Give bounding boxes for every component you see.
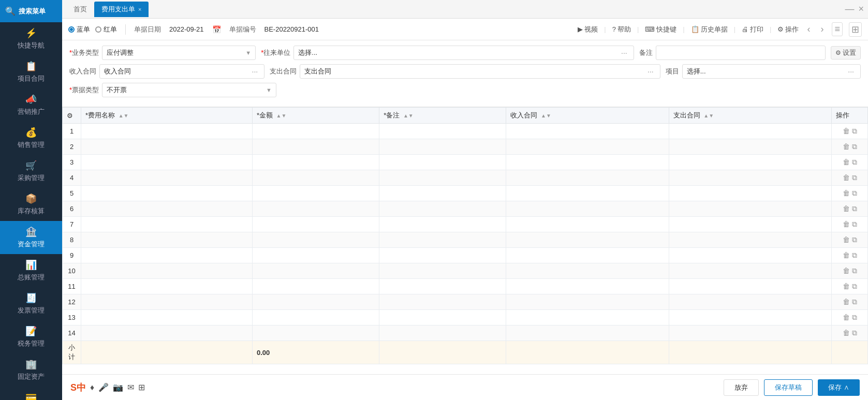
copy-row-icon[interactable]: ⧉ — [852, 282, 857, 291]
expense-contract-cell[interactable] — [669, 248, 831, 263]
tab-expense[interactable]: 费用支出单 × — [94, 2, 149, 17]
help-action[interactable]: ? 帮助 — [612, 25, 631, 34]
delete-row-icon[interactable]: 🗑 — [843, 235, 850, 244]
calendar-icon[interactable]: 📅 — [212, 25, 221, 34]
video-action[interactable]: ▶ 视频 — [578, 25, 598, 34]
delete-row-icon[interactable]: 🗑 — [843, 189, 850, 198]
delete-row-icon[interactable]: 🗑 — [843, 173, 850, 182]
income-contract-cell[interactable] — [506, 170, 669, 186]
expense-name-cell[interactable] — [81, 155, 253, 170]
income-contract-cell[interactable] — [506, 294, 669, 310]
note-cell[interactable] — [379, 263, 506, 279]
sort-note-icon[interactable]: ▲▼ — [403, 113, 414, 118]
sidebar-item-capital[interactable]: 🏦 资金管理 — [0, 221, 62, 254]
income-contract-cell[interactable] — [506, 201, 669, 217]
settings-button[interactable]: ⚙ 设置 — [831, 46, 861, 60]
project-select[interactable]: 选择... ··· — [682, 64, 861, 79]
amount-cell[interactable] — [252, 325, 379, 341]
copy-row-icon[interactable]: ⧉ — [852, 313, 857, 322]
sidebar-search[interactable]: 🔍 搜索菜单 — [0, 0, 62, 22]
expense-name-cell[interactable] — [81, 124, 253, 139]
amount-cell[interactable] — [252, 263, 379, 279]
amount-cell[interactable] — [252, 279, 379, 294]
save-button[interactable]: 保存 ∧ — [818, 379, 860, 396]
copy-row-icon[interactable]: ⧉ — [852, 189, 857, 198]
expense-contract-cell[interactable] — [669, 201, 831, 217]
income-contract-cell[interactable] — [506, 310, 669, 325]
income-contract-cell[interactable] — [506, 279, 669, 294]
invoice-type-select[interactable]: 不开票 ▼ — [102, 83, 276, 97]
expense-contract-select[interactable]: 支出合同 ··· — [300, 64, 660, 79]
minimize-icon[interactable]: — — [845, 4, 854, 14]
expense-name-cell[interactable] — [81, 139, 253, 155]
expense-name-cell[interactable] — [81, 248, 253, 263]
sidebar-item-fixed-assets[interactable]: 🏢 固定资产 — [0, 353, 62, 387]
counterparty-select[interactable]: 选择... ··· — [293, 46, 634, 60]
amount-cell[interactable] — [252, 186, 379, 201]
radio-red[interactable]: 红单 — [95, 25, 117, 34]
expense-contract-cell[interactable] — [669, 186, 831, 201]
copy-row-icon[interactable]: ⧉ — [852, 173, 857, 182]
sidebar-item-quick-nav[interactable]: ⚡ 快捷导航 — [0, 22, 62, 55]
expense-name-cell[interactable] — [81, 217, 253, 232]
copy-row-icon[interactable]: ⧉ — [852, 329, 857, 337]
copy-row-icon[interactable]: ⧉ — [852, 235, 857, 244]
note-cell[interactable] — [379, 248, 506, 263]
expense-contract-more-icon[interactable]: ··· — [645, 67, 656, 76]
copy-row-icon[interactable]: ⧉ — [852, 158, 857, 167]
note-cell[interactable] — [379, 325, 506, 341]
footer-icon-2[interactable]: 🎤 — [98, 382, 109, 392]
delete-row-icon[interactable]: 🗑 — [843, 220, 850, 229]
income-contract-cell[interactable] — [506, 139, 669, 155]
sidebar-item-marketing[interactable]: 📣 营销推广 — [0, 88, 62, 122]
amount-cell[interactable] — [252, 201, 379, 217]
col-settings[interactable]: ⚙ — [63, 108, 81, 124]
footer-icon-3[interactable]: 📷 — [113, 382, 123, 392]
business-type-select[interactable]: 应付调整 ▼ — [102, 46, 256, 60]
copy-row-icon[interactable]: ⧉ — [852, 266, 857, 275]
copy-row-icon[interactable]: ⧉ — [852, 142, 857, 151]
delete-row-icon[interactable]: 🗑 — [843, 298, 850, 306]
note-cell[interactable] — [379, 139, 506, 155]
amount-cell[interactable] — [252, 294, 379, 310]
note-cell[interactable] — [379, 232, 506, 248]
amount-cell[interactable] — [252, 139, 379, 155]
delete-row-icon[interactable]: 🗑 — [843, 282, 850, 291]
expense-contract-cell[interactable] — [669, 155, 831, 170]
sidebar-item-tax[interactable]: 📝 税务管理 — [0, 320, 62, 353]
income-contract-cell[interactable] — [506, 263, 669, 279]
expense-name-cell[interactable] — [81, 325, 253, 341]
close-icon[interactable]: × — [858, 4, 864, 14]
note-cell[interactable] — [379, 186, 506, 201]
project-more-icon[interactable]: ··· — [846, 67, 856, 76]
tab-close-icon[interactable]: × — [138, 6, 141, 12]
delete-row-icon[interactable]: 🗑 — [843, 204, 850, 213]
note-cell[interactable] — [379, 279, 506, 294]
expense-contract-cell[interactable] — [669, 263, 831, 279]
abandon-button[interactable]: 放弃 — [724, 379, 759, 396]
amount-cell[interactable] — [252, 232, 379, 248]
income-contract-cell[interactable] — [506, 155, 669, 170]
radio-blue[interactable]: 蓝单 — [68, 25, 90, 34]
note-cell[interactable] — [379, 170, 506, 186]
copy-row-icon[interactable]: ⧉ — [852, 298, 857, 306]
expense-name-cell[interactable] — [81, 294, 253, 310]
expense-name-cell[interactable] — [81, 186, 253, 201]
sort-expense-contract-icon[interactable]: ▲▼ — [703, 113, 714, 118]
sort-amount-icon[interactable]: ▲▼ — [276, 113, 287, 118]
amount-cell[interactable] — [252, 155, 379, 170]
expense-name-cell[interactable] — [81, 170, 253, 186]
amount-cell[interactable] — [252, 217, 379, 232]
nav-next-btn[interactable]: › — [818, 24, 826, 35]
note-cell[interactable] — [379, 155, 506, 170]
note-cell[interactable] — [379, 124, 506, 139]
delete-row-icon[interactable]: 🗑 — [843, 251, 850, 260]
view-grid-btn[interactable]: ⊞ — [849, 22, 862, 37]
delete-row-icon[interactable]: 🗑 — [843, 329, 850, 337]
expense-contract-cell[interactable] — [669, 325, 831, 341]
amount-cell[interactable] — [252, 170, 379, 186]
income-contract-cell[interactable] — [506, 325, 669, 341]
copy-row-icon[interactable]: ⧉ — [852, 220, 857, 229]
delete-row-icon[interactable]: 🗑 — [843, 127, 850, 136]
expense-contract-cell[interactable] — [669, 232, 831, 248]
